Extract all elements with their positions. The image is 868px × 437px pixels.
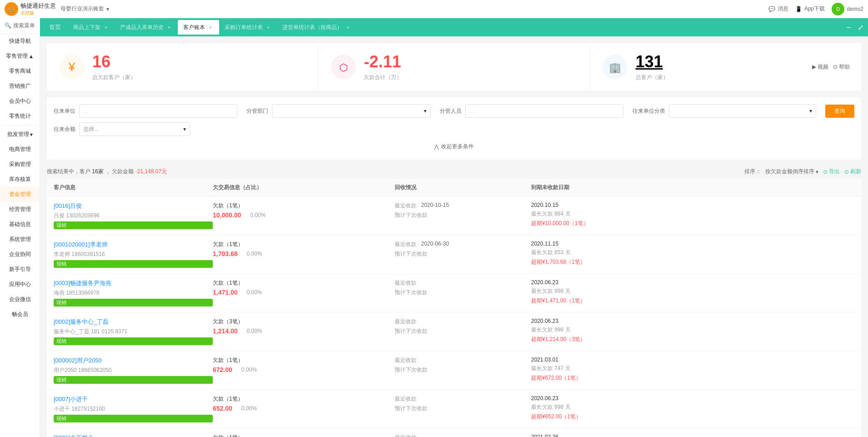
from-unit-input[interactable]: ... (79, 104, 237, 118)
search-button[interactable]: 查询 (825, 105, 854, 118)
sort-label: 排序： (744, 168, 761, 176)
filter-branch-dept: 分管部门 ▾ (246, 104, 430, 118)
sidebar-item-wechat[interactable]: 企业微信 (0, 292, 40, 307)
sidebar-item-operations[interactable]: 经营管理 (0, 202, 40, 217)
arrow-icon: ▲ (29, 53, 34, 60)
overdue-amount-0007[interactable]: 超期¥652.00（1笔） (531, 413, 854, 421)
refresh-button[interactable]: ⊙ 刷新 (844, 168, 861, 176)
tab-close-customer-account[interactable]: × (207, 24, 214, 30)
overdue-amount-0003[interactable]: 超期¥1,471.00（1笔） (531, 297, 854, 305)
overdue-amount-0002[interactable]: 超期¥1,214.00（3笔） (531, 336, 854, 343)
sidebar-item-retail-shop[interactable]: 零售商城 (0, 64, 40, 79)
stat-card-total: 🏢 131 总客户（家） ▶ 视频 (590, 43, 861, 90)
help-icon: ⊙ (833, 64, 838, 70)
sidebar-item-quick-nav[interactable]: 快捷导航 (0, 34, 40, 49)
sidebar-item-member[interactable]: 会员中心 (0, 94, 40, 109)
sidebar-item-purchase[interactable]: 采购管理 (0, 157, 40, 172)
customer-name-0001020001[interactable]: [0001020001]李老师 (54, 241, 213, 249)
user-menu[interactable]: D demo2 (832, 3, 863, 15)
customer-name-0006[interactable]: [0006]去下粮仓 (54, 434, 213, 437)
debt-amount-0003[interactable]: 1,471.00 (213, 289, 238, 296)
customer-name-0007[interactable]: [0007]小进干 (54, 395, 213, 403)
customers-icon: ¥ (58, 53, 85, 80)
sidebar: 🔍 搜索菜单 快捷导航 零售管理 ▲ 零售商城 营销推广 会员中心 零售统计 批… (0, 18, 40, 437)
logo-area: 🛒 畅捷通好生意 示范版 (5, 2, 56, 16)
customer-info-0016: [0016]吕俊 吕俊 13026203696 现销 (54, 202, 213, 229)
company-name: 母婴行业演示账套 (60, 5, 104, 13)
page-content: ¥ 16 总欠款客户（家） ⬡ (40, 36, 868, 437)
tab-bar: 首页 商品上下架 × 产成品入库单历史 × 客户账本 × 采购订单统计表 × (40, 18, 868, 36)
customer-name-000002[interactable]: [000002]用户2050 (54, 357, 213, 365)
tab-home[interactable]: 首页 (42, 20, 68, 35)
tab-minimize-button[interactable]: – (844, 23, 853, 31)
repayment-info-0007: 最近收款 预计下次收款 (395, 395, 531, 422)
company-selector[interactable]: 母婴行业演示账套 ▾ (60, 5, 109, 13)
balance-select[interactable]: 选择... ▾ (79, 122, 190, 136)
overdue-amount-0016[interactable]: 超期¥10,000.00（1笔） (531, 220, 854, 227)
overdue-amount-0001020001[interactable]: 超期¥1,703.68（1笔） (531, 258, 854, 266)
export-button[interactable]: ⊙ 导出 (823, 168, 840, 176)
data-table: 客户信息 欠交易信息（占比） 回收情况 到期未收款日期 [0016]吕俊 吕俊 … (47, 179, 861, 437)
tab-close-product-history[interactable]: × (166, 24, 172, 30)
overdue-amount-000002[interactable]: 超期¥672.00（1笔） (531, 374, 854, 382)
message-button[interactable]: 💬 消息 (768, 5, 788, 13)
tab-stock-summary[interactable]: 进货单统计表（按商品） × (277, 20, 356, 35)
debt-amount-0002[interactable]: 1,214.00 (213, 327, 238, 335)
sidebar-item-batch-mgmt[interactable]: 批发管理 ▾ (0, 127, 40, 142)
sidebar-item-ecommerce[interactable]: 电商管理 (0, 142, 40, 157)
sidebar-search[interactable]: 🔍 搜索菜单 (0, 18, 40, 34)
unit-category-select[interactable]: ▾ (669, 104, 816, 118)
tab-products-off[interactable]: 商品上下架 × (68, 20, 115, 35)
repayment-info-0001020001: 最近收款 2020-06-30 预计下次收款 (395, 241, 531, 268)
sidebar-item-vip[interactable]: 畅会员 (0, 307, 40, 322)
sidebar-item-retail-stats[interactable]: 零售统计 (0, 109, 40, 124)
tab-close-stock-summary[interactable]: × (345, 24, 351, 30)
view-action[interactable]: ▶ 视频 (812, 63, 828, 71)
debt-amount-0016[interactable]: 10,000.00 (213, 211, 241, 219)
sidebar-item-marketing[interactable]: 营销推广 (0, 79, 40, 94)
sort-select[interactable]: 按欠款金额倒序排序 ▾ (765, 168, 818, 176)
sidebar-item-apps[interactable]: 应用中心 (0, 277, 40, 292)
tab-close-products-off[interactable]: × (103, 24, 109, 30)
chevron-down-icon: ▾ (816, 169, 818, 175)
overdue-info-0003: 2020.06.23 最长欠款 998 天 超期¥1,471.00（1笔） (531, 279, 854, 306)
customer-name-0003[interactable]: [0003]畅捷服务尹海燕 (54, 279, 213, 287)
filter-from-unit: 往来单位 ... (54, 104, 237, 118)
customer-name-0002[interactable]: [0002]服务中心_丁磊 (54, 318, 213, 326)
branch-person-input[interactable]: ... (465, 104, 623, 118)
sidebar-item-inventory[interactable]: 库存核算 (0, 172, 40, 187)
chevron-down-icon: ▾ (809, 108, 812, 114)
search-icon: 🔍 (5, 22, 11, 29)
view-icon: ▶ (812, 64, 816, 70)
debt-amount-0007[interactable]: 652.00 (213, 405, 232, 412)
tab-customer-account[interactable]: 客户账本 × (178, 20, 219, 35)
logo-text: 畅捷通好生意 (20, 2, 56, 10)
col-header-repayment: 回收情况 (395, 184, 531, 191)
download-icon: 📱 (795, 6, 802, 12)
sidebar-item-enterprise[interactable]: 企业协同 (0, 247, 40, 262)
sidebar-item-system[interactable]: 系统管理 (0, 232, 40, 247)
debt-amount-0001020001[interactable]: 1,703.68 (213, 250, 238, 257)
help-action[interactable]: ⊙ 帮助 (833, 63, 850, 71)
customer-phone-0002: 服务中心_丁磊 181 0125 8371 (54, 328, 213, 336)
tab-expand-button[interactable]: ⤢ (855, 23, 866, 32)
collapse-button[interactable]: ⋀ 收起更多条件 (434, 143, 474, 151)
sidebar-item-base-info[interactable]: 基础信息 (0, 217, 40, 232)
tab-product-history[interactable]: 产成品入库单历史 × (115, 20, 178, 35)
stat-label-customers: 总欠款客户（家） (92, 74, 306, 81)
sidebar-item-finance[interactable]: 资金管理 (0, 187, 40, 202)
tab-purchase-summary[interactable]: 采购订单统计表 × (219, 20, 277, 35)
tab-bar-actions: – ⤢ (844, 23, 866, 32)
customer-phone-0007: 小进干 18279152100 (54, 405, 213, 413)
branch-dept-select[interactable]: ▾ (272, 104, 430, 118)
sidebar-item-retail-mgmt[interactable]: 零售管理 ▲ (0, 49, 40, 64)
app-download-button[interactable]: 📱 App下载 (795, 5, 825, 13)
svg-text:⬡: ⬡ (339, 62, 347, 73)
tab-close-purchase-summary[interactable]: × (265, 24, 271, 30)
sidebar-item-guide[interactable]: 新手引导 (0, 262, 40, 277)
customer-name-0016[interactable]: [0016]吕俊 (54, 202, 213, 210)
sidebar-divider (2, 125, 37, 126)
debt-amount-000002[interactable]: 672.00 (213, 366, 232, 373)
username: demo2 (847, 6, 863, 12)
repayment-info-000002: 最近收款 预计下次收款 (395, 357, 531, 384)
